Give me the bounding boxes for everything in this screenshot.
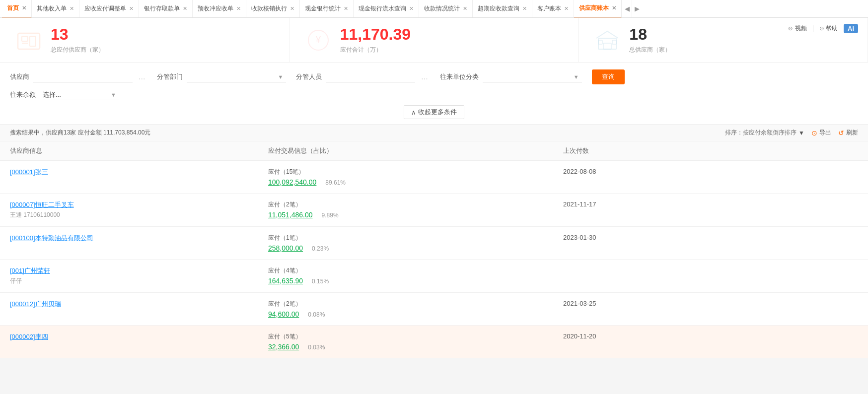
nav-tab-overdue-close[interactable]: ✕ (522, 5, 527, 12)
export-label: 导出 (819, 129, 831, 137)
filter-row-2: 往来余额 选择... ▼ (10, 89, 858, 100)
nav-tab-cash-query[interactable]: 现金银行流水查询 ✕ (354, 0, 419, 18)
nav-tab-verify-close[interactable]: ✕ (290, 5, 294, 12)
collapse-button[interactable]: ∧ 收起更多条件 (404, 105, 464, 119)
trans-amount-4[interactable]: 94,600.00 (268, 310, 299, 318)
supplier-link-4[interactable]: [000012]广州贝瑞 (10, 300, 268, 309)
nav-tab-adjust-label: 应收应付调整单 (84, 4, 126, 13)
stat-content-suppliers: 13 总应付供应商（家） (51, 26, 104, 54)
top-navigation: 首页 ✕ 其他收入单 ✕ 应收应付调整单 ✕ 银行存取款单 ✕ 预收冲应收单 ✕… (0, 0, 868, 18)
transaction-cell-2: 应付（1笔） 258,000.00 0.23% (268, 234, 563, 252)
svg-rect-7 (603, 43, 611, 49)
nav-tab-supplier-book-close[interactable]: ✕ (612, 5, 616, 11)
nav-tab-verify[interactable]: 收款核销执行 ✕ (246, 0, 300, 18)
balance-filter: 往来余额 选择... ▼ (10, 89, 119, 100)
person-ellipsis[interactable]: ... (419, 72, 430, 81)
trans-label-3: 应付（4笔） (268, 267, 301, 274)
nav-tab-bank-close[interactable]: ✕ (183, 5, 187, 12)
balance-select[interactable]: 选择... (40, 89, 119, 100)
nav-tab-adjust[interactable]: 应收应付调整单 ✕ (79, 0, 139, 18)
dept-select[interactable] (187, 71, 286, 82)
nav-tab-verify-label: 收款核销执行 (251, 4, 287, 13)
supplier-link-2[interactable]: [000100]本特勤油品有限公司 (10, 234, 268, 243)
nav-tab-income[interactable]: 其他收入单 ✕ (32, 0, 79, 18)
supplier-link-1[interactable]: [000007]恒旺二手叉车 (10, 200, 268, 209)
supplier-link-5[interactable]: [000002]李四 (10, 332, 268, 341)
table-row: [001]广州荣轩 仔仔 应付（4笔） 164,635.90 0.15% (0, 260, 868, 293)
nav-tab-cash-query-close[interactable]: ✕ (409, 5, 414, 12)
person-input[interactable] (326, 71, 415, 82)
balance-select-wrap: 选择... ▼ (40, 89, 119, 100)
trans-percent-5: 0.03% (308, 344, 325, 351)
trans-label-5: 应付（5笔） (268, 333, 301, 340)
trans-percent-2: 0.23% (312, 245, 329, 252)
nav-tab-collect-stat[interactable]: 收款情况统计 ✕ (419, 0, 473, 18)
divider (813, 25, 813, 32)
dept-select-wrap: ▼ (187, 71, 286, 82)
stat-label-total: 总供应商（家） (629, 46, 671, 54)
supplier-ellipsis[interactable]: ... (137, 72, 147, 81)
trans-row-2: 258,000.00 0.23% (268, 243, 563, 252)
supplier-sub-3: 仔仔 (10, 277, 268, 285)
nav-tab-cash-query-label: 现金银行流水查询 (359, 4, 406, 13)
search-button[interactable]: 查询 (592, 69, 625, 84)
trans-amount-0[interactable]: 100,092,540.00 (268, 178, 316, 186)
dept-filter: 分管部门 ▼ (157, 71, 286, 82)
stat-content-total: 18 总供应商（家） (629, 26, 671, 54)
filter-row-1: 供应商 ... 分管部门 ▼ 分管人员 ... 往来单位分类 (10, 69, 858, 84)
nav-tab-home[interactable]: 首页 ✕ (2, 0, 32, 18)
category-select[interactable] (483, 71, 582, 82)
trans-row-1: 11,051,486.00 9.89% (268, 210, 563, 219)
svg-rect-1 (22, 36, 28, 41)
nav-tab-home-close[interactable]: ✕ (22, 5, 26, 11)
supplier-icon (15, 26, 43, 54)
results-actions: 排序：按应付余额倒序排序 ▼ ⊙ 导出 ↺ 刷新 (725, 129, 858, 137)
dept-label: 分管部门 (157, 72, 183, 81)
nav-scroll-left[interactable]: ◀ (622, 0, 632, 18)
trans-amount-3[interactable]: 164,635.90 (268, 277, 303, 285)
nav-tab-overdue[interactable]: 超期应收款查询 ✕ (473, 0, 532, 18)
nav-tab-adjust-close[interactable]: ✕ (129, 5, 134, 12)
nav-scroll-right[interactable]: ▶ (632, 0, 642, 18)
nav-tab-overdue-label: 超期应收款查询 (478, 4, 519, 13)
trans-percent-1: 9.89% (322, 212, 339, 219)
supplier-link-0[interactable]: [000001]张三 (10, 168, 268, 177)
nav-tab-bank-label: 银行存取款单 (144, 4, 180, 13)
nav-tab-collect-stat-close[interactable]: ✕ (463, 5, 467, 12)
refresh-label: 刷新 (846, 129, 858, 137)
sort-selector[interactable]: 排序：按应付余额倒序排序 ▼ (725, 129, 804, 137)
nav-tab-bank[interactable]: 银行存取款单 ✕ (139, 0, 193, 18)
nav-tab-prepay[interactable]: 预收冲应收单 ✕ (193, 0, 246, 18)
nav-tab-cash-stat[interactable]: 现金银行统计 ✕ (300, 0, 354, 18)
transaction-cell-5: 应付（5笔） 32,366.00 0.03% (268, 332, 563, 351)
help-link[interactable]: ⊙ 帮助 (819, 24, 838, 33)
person-filter: 分管人员 ... (296, 71, 430, 82)
supplier-cell-4: [000012]广州贝瑞 (10, 300, 268, 309)
stat-card-amount: ¥ 11,170.39 应付合计（万） (289, 18, 579, 62)
supplier-link-3[interactable]: [001]广州荣轩 (10, 266, 268, 275)
ai-badge[interactable]: Ai (844, 24, 858, 33)
collapse-label: 收起更多条件 (418, 108, 457, 117)
nav-tab-income-close[interactable]: ✕ (70, 5, 74, 12)
nav-tab-supplier-book[interactable]: 供应商账本 ✕ (574, 0, 622, 18)
export-button[interactable]: ⊙ 导出 (811, 129, 831, 137)
nav-tab-prepay-close[interactable]: ✕ (236, 5, 241, 12)
refresh-button[interactable]: ↺ 刷新 (838, 129, 858, 137)
stat-label-amount: 应付合计（万） (340, 46, 411, 54)
nav-tab-customer-book-close[interactable]: ✕ (564, 5, 569, 12)
last-payment-4: 2021-03-25 (563, 300, 858, 307)
trans-amount-5[interactable]: 32,366.00 (268, 343, 299, 351)
supplier-input[interactable] (33, 71, 133, 82)
supplier-cell-3: [001]广州荣轩 仔仔 (10, 266, 268, 285)
video-link[interactable]: ⊙ 视频 (788, 24, 806, 33)
table-row: [000012]广州贝瑞 应付（2笔） 94,600.00 0.08% 2021… (0, 293, 868, 326)
svg-rect-0 (18, 33, 40, 49)
trans-amount-1[interactable]: 11,051,486.00 (268, 211, 313, 219)
nav-tab-collect-stat-label: 收款情况统计 (424, 4, 460, 13)
supplier-cell-2: [000100]本特勤油品有限公司 (10, 234, 268, 243)
nav-tab-cash-stat-close[interactable]: ✕ (344, 5, 348, 12)
nav-tab-customer-book[interactable]: 客户账本 ✕ (532, 0, 574, 18)
category-label: 往来单位分类 (440, 72, 479, 81)
collapse-icon: ∧ (411, 109, 416, 116)
trans-amount-2[interactable]: 258,000.00 (268, 244, 303, 252)
